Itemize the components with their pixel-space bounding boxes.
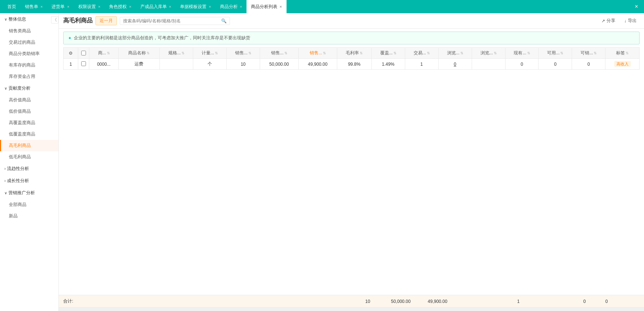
col-settings[interactable]: ⚙ bbox=[64, 48, 78, 59]
col-sales1[interactable]: 销售...⇅ bbox=[226, 48, 260, 59]
table-row: 1 0000... 运费 个 10 50,000.00 49,900.00 99… bbox=[64, 59, 640, 70]
nav-product-storage[interactable]: 产成品入库单 × bbox=[136, 0, 176, 13]
nav-close-analysis[interactable]: × bbox=[240, 4, 242, 9]
nav-permissions[interactable]: 权限设置 × bbox=[74, 0, 105, 13]
col-code[interactable]: 商...⇅ bbox=[89, 48, 119, 59]
col-sellable[interactable]: 可销...⇅ bbox=[572, 48, 605, 59]
nav-close-analysis-list[interactable]: × bbox=[280, 4, 282, 9]
sidebar-section-trend[interactable]: › 流趋性分析 bbox=[0, 163, 58, 175]
sidebar-section-overall[interactable]: ∨ 整体信息 bbox=[0, 13, 58, 25]
nav-analysis-list[interactable]: 商品分析列表 × bbox=[247, 0, 286, 13]
sidebar-section-marketing[interactable]: ∨ 营销推广分析 bbox=[0, 187, 58, 199]
footer-sales1: 10 bbox=[353, 299, 382, 304]
sidebar-section-contribution[interactable]: ∨ 贡献度分析 bbox=[0, 82, 58, 94]
cell-sellable: 0 bbox=[572, 59, 605, 70]
cell-code: 0000... bbox=[89, 59, 119, 70]
col-browse1[interactable]: 浏览...⇅ bbox=[438, 48, 472, 59]
row-checkbox[interactable] bbox=[81, 61, 86, 66]
nav-template-settings[interactable]: 单据模板设置 × bbox=[176, 0, 215, 13]
footer-sales2: 50,000.00 bbox=[382, 299, 419, 304]
nav-close-permissions[interactable]: × bbox=[98, 4, 100, 9]
col-browse2[interactable]: 浏览...⇅ bbox=[472, 48, 505, 59]
col-tag[interactable]: 标签⇅ bbox=[605, 48, 640, 59]
sidebar-item-low-coverage[interactable]: 低覆盖度商品 bbox=[0, 129, 58, 140]
sidebar-item-traded-products[interactable]: 交易过的商品 bbox=[0, 37, 58, 48]
table-header-row: ⚙ 商...⇅ 商品名称⇅ 规格...⇅ bbox=[64, 48, 640, 59]
export-icon: ↓ bbox=[624, 18, 626, 23]
nav-roles[interactable]: 角色授权 × bbox=[105, 0, 136, 13]
col-stock[interactable]: 现有...⇅ bbox=[505, 48, 539, 59]
cell-stock: 0 bbox=[505, 59, 539, 70]
col-trade[interactable]: 交易...⇅ bbox=[405, 48, 438, 59]
content-area: 高毛利商品 近一月 🔍 ↗ 分享 ↓ 导出 ✦ 企业的主要的利润都是这部分商品创… bbox=[59, 13, 644, 311]
share-icon: ↗ bbox=[601, 18, 605, 23]
cell-tag: 高收入 bbox=[605, 59, 640, 70]
footer-totals-bar: 合计: 10 50,000.00 49,900.00 1 0 0 bbox=[59, 295, 644, 307]
sidebar-item-high-coverage[interactable]: 高覆盖度商品 bbox=[0, 117, 58, 129]
nav-close-sales[interactable]: × bbox=[40, 4, 43, 9]
sidebar-item-low-margin[interactable]: 低毛利商品 bbox=[0, 151, 58, 163]
sidebar-item-stock-capital[interactable]: 库存资金占用 bbox=[0, 71, 58, 82]
col-sales3[interactable]: 销售...⇅ bbox=[298, 48, 337, 59]
cell-name: 运费 bbox=[119, 59, 160, 70]
sidebar-item-all-products[interactable]: 全部商品 bbox=[0, 199, 58, 210]
total-label: 合计: bbox=[63, 298, 93, 304]
section-arrow-trend: › bbox=[4, 167, 6, 171]
table-body: 1 0000... 运费 个 10 50,000.00 49,900.00 99… bbox=[64, 59, 640, 70]
nav-home[interactable]: 首页 bbox=[3, 0, 21, 13]
export-button[interactable]: ↓ 导出 bbox=[621, 17, 640, 25]
nav-close-purchase[interactable]: × bbox=[67, 4, 69, 9]
col-sales2[interactable]: 销售...⇅ bbox=[260, 48, 298, 59]
footer-stock: 0 bbox=[573, 299, 596, 304]
info-icon: ✦ bbox=[68, 36, 72, 41]
col-spec[interactable]: 规格...⇅ bbox=[159, 48, 193, 59]
header-actions: ↗ 分享 ↓ 导出 bbox=[598, 17, 640, 25]
search-icon[interactable]: 🔍 bbox=[221, 18, 227, 23]
cell-spec bbox=[159, 59, 193, 70]
nav-product-analysis[interactable]: 商品分析 × bbox=[216, 0, 247, 13]
page-title: 高毛利商品 bbox=[63, 17, 93, 25]
sidebar-item-category-sales-rate[interactable]: 商品分类助销率 bbox=[0, 48, 58, 59]
sidebar-collapse-button[interactable]: 《 bbox=[51, 16, 58, 23]
col-unit[interactable]: 计量...⇅ bbox=[193, 48, 226, 59]
select-all-checkbox[interactable] bbox=[81, 51, 86, 55]
cell-available: 0 bbox=[539, 59, 572, 70]
window-close-button[interactable]: × bbox=[632, 3, 641, 10]
browse1-link[interactable]: 0 bbox=[454, 62, 456, 67]
col-checkbox[interactable] bbox=[78, 48, 89, 59]
col-product-name[interactable]: 商品名称⇅ bbox=[119, 48, 160, 59]
share-button[interactable]: ↗ 分享 bbox=[598, 17, 618, 25]
filter-period-button[interactable]: 近一月 bbox=[96, 16, 117, 25]
cell-coverage: 1.49% bbox=[371, 59, 405, 70]
cell-browse1[interactable]: 0 bbox=[438, 59, 472, 70]
nav-close-roles[interactable]: × bbox=[129, 4, 131, 9]
nav-close-product-storage[interactable]: × bbox=[169, 4, 171, 9]
section-arrow-contribution: ∨ bbox=[4, 86, 7, 90]
sidebar-item-high-margin[interactable]: 高毛利商品 bbox=[0, 140, 58, 151]
nav-close-template[interactable]: × bbox=[209, 4, 211, 9]
col-coverage[interactable]: 覆盖...⇅ bbox=[371, 48, 405, 59]
sidebar-item-new-products[interactable]: 新品 bbox=[0, 210, 58, 222]
section-arrow-growth: › bbox=[4, 179, 6, 183]
nav-sales-order[interactable]: 销售单 × bbox=[21, 0, 47, 13]
main-layout: 《 ∨ 整体信息 销售类商品 交易过的商品 商品分类助销率 有库存的商品 库存资… bbox=[0, 13, 644, 311]
info-banner: ✦ 企业的主要的利润都是这部分商品创造的，可考虑加大推广，同时关注库存是不要出现… bbox=[63, 32, 640, 44]
footer-trade: 1 bbox=[507, 299, 529, 304]
sidebar: 《 ∨ 整体信息 销售类商品 交易过的商品 商品分类助销率 有库存的商品 库存资… bbox=[0, 13, 59, 311]
sidebar-item-high-value[interactable]: 高价值商品 bbox=[0, 94, 58, 106]
sidebar-item-in-stock-products[interactable]: 有库存的商品 bbox=[0, 59, 58, 71]
cell-unit: 个 bbox=[193, 59, 226, 70]
horizontal-scrollbar[interactable] bbox=[59, 307, 644, 311]
search-input[interactable] bbox=[123, 18, 221, 23]
section-arrow-overall: ∨ bbox=[4, 17, 7, 21]
col-available[interactable]: 可用...⇅ bbox=[539, 48, 572, 59]
sidebar-item-sales-products[interactable]: 销售类商品 bbox=[0, 25, 58, 37]
cell-sales1: 10 bbox=[226, 59, 260, 70]
data-table-container: ⚙ 商...⇅ 商品名称⇅ 规格...⇅ bbox=[63, 47, 640, 295]
sidebar-section-growth[interactable]: › 成长性分析 bbox=[0, 175, 58, 187]
cell-checkbox[interactable] bbox=[78, 59, 89, 70]
col-gross-rate[interactable]: 毛利率⇅ bbox=[337, 48, 371, 59]
top-navigation: 首页 销售单 × 进货单 × 权限设置 × 角色授权 × 产成品入库单 × 单据… bbox=[0, 0, 644, 13]
nav-purchase[interactable]: 进货单 × bbox=[47, 0, 73, 13]
sidebar-item-low-value[interactable]: 低价值商品 bbox=[0, 106, 58, 117]
